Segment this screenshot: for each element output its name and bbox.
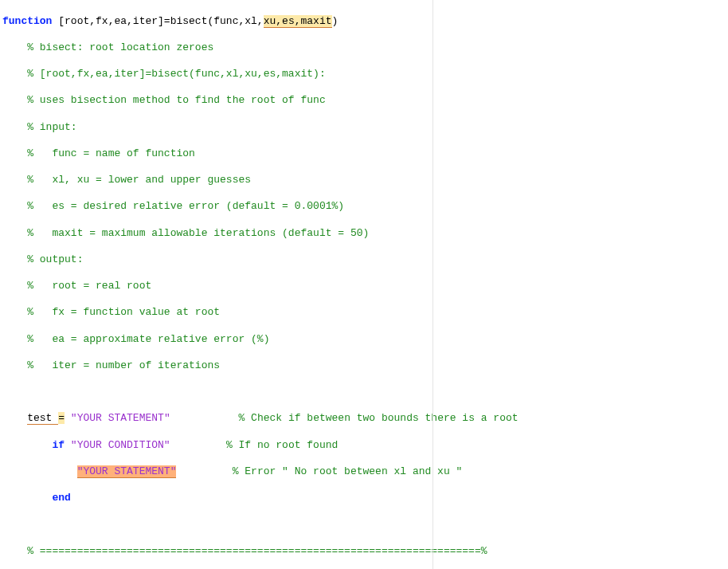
- code-line: function [root,fx,ea,iter]=bisect(func,x…: [2, 15, 726, 29]
- code-line: % fx = function value at root: [2, 306, 726, 320]
- string-placeholder: "YOUR STATEMENT": [71, 412, 170, 424]
- string-placeholder-warn: "YOUR STATEMENT": [77, 465, 177, 478]
- code-line: % func = name of function: [2, 147, 726, 161]
- comment: % bisect: root location zeroes: [27, 41, 213, 53]
- code-line: % uses bisection method to find the root…: [2, 94, 726, 108]
- comment: % root = real root: [27, 280, 151, 292]
- comment: % maxit = maximum allowable iterations (…: [27, 227, 369, 239]
- comment: % input:: [27, 121, 76, 133]
- comment: % Check if between two bounds there is a…: [239, 412, 519, 424]
- comment: % Error " No root between xl and xu ": [233, 465, 463, 477]
- code-line: [2, 518, 726, 532]
- code-line: % root = real root: [2, 280, 726, 293]
- comment: % es = desired relative error (default =…: [27, 200, 344, 212]
- string-placeholder: "YOUR CONDITION": [71, 439, 170, 451]
- code-line: if "YOUR CONDITION" % If no root found: [2, 439, 726, 453]
- keyword-function: function: [2, 15, 52, 27]
- comment: % iter = number of iterations: [27, 359, 220, 371]
- comment: % If no root found: [226, 439, 338, 451]
- comment: % xl, xu = lower and upper guesses: [27, 174, 251, 186]
- keyword-if: if: [52, 439, 65, 451]
- comment: % ea = approximate relative error (%): [27, 333, 269, 345]
- signature-warn-args: xu,es,maxit: [264, 15, 332, 28]
- keyword-end: end: [52, 492, 70, 504]
- comment: % fx = function value at root: [27, 306, 220, 318]
- code-line: % bisect: root location zeroes: [2, 41, 726, 55]
- code-line: % maxit = maximum allowable iterations (…: [2, 227, 726, 241]
- code-line: end: [2, 492, 726, 505]
- code-line: % es = desired relative error (default =…: [2, 200, 726, 214]
- comment: % func = name of function: [27, 147, 195, 159]
- var-test: test: [27, 412, 58, 425]
- code-line: % [root,fx,ea,iter]=bisect(func,xl,xu,es…: [2, 68, 726, 81]
- code-line: % ======================================…: [2, 545, 726, 559]
- signature-pre: [root,fx,ea,iter]=bisect(func,xl,: [52, 15, 263, 27]
- code-line: % iter = number of iterations: [2, 359, 726, 373]
- code-line: % input:: [2, 121, 726, 135]
- code-line: % xl, xu = lower and upper guesses: [2, 174, 726, 187]
- code-line: % ea = approximate relative error (%): [2, 333, 726, 347]
- comment: % uses bisection method to find the root…: [27, 94, 325, 106]
- comment: % [root,fx,ea,iter]=bisect(func,xl,xu,es…: [27, 68, 325, 80]
- code-editor[interactable]: function [root,fx,ea,iter]=bisect(func,x…: [0, 0, 728, 569]
- code-line: [2, 386, 726, 399]
- code-line: "YOUR STATEMENT" % Error " No root betwe…: [2, 465, 726, 479]
- comment: % output:: [27, 253, 83, 265]
- code-line: % output:: [2, 253, 726, 267]
- code-line: test = "YOUR STATEMENT" % Check if betwe…: [2, 412, 726, 426]
- comment-separator: % ======================================…: [27, 545, 487, 557]
- equals-warn: =: [58, 412, 65, 424]
- signature-post: ): [332, 15, 339, 27]
